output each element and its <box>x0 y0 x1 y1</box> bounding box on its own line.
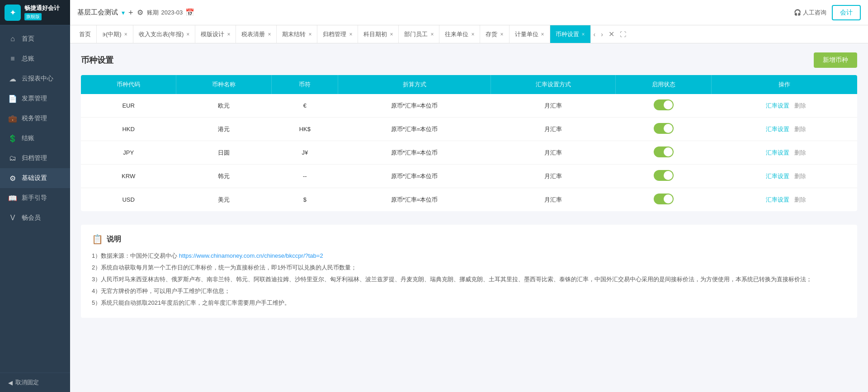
sidebar-item-archive[interactable]: 🗂 归档管理 <box>0 148 70 168</box>
delete-button[interactable]: 删除 <box>794 125 806 133</box>
delete-button[interactable]: 删除 <box>794 102 806 110</box>
notes-title-text: 说明 <box>107 235 121 244</box>
company-name: 基层工会测试 <box>77 8 118 17</box>
tab-close-icon[interactable]: × <box>308 31 311 38</box>
archive-icon: 🗂 <box>8 154 17 163</box>
table-row: EUR 欧元 € 原币*汇率=本位币 月汇率 汇率设置 删除 <box>81 94 857 118</box>
sidebar-item-cloud-reports[interactable]: ☁ 云报表中心 <box>0 69 70 89</box>
sidebar-item-settle[interactable]: 💲 结账 <box>0 128 70 148</box>
cell-code: JPY <box>81 141 176 165</box>
tab-计量单位[interactable]: 计量单位 × <box>509 25 550 43</box>
cell-symbol: -- <box>272 165 338 188</box>
tab-label: 币种设置 <box>556 30 579 38</box>
sidebar-pin-toggle[interactable]: ◀ 取消固定 <box>0 373 70 392</box>
toggle-thumb <box>664 147 673 156</box>
tab-部门员工[interactable]: 部门员工 × <box>399 25 439 43</box>
tab-首页[interactable]: 首页 <box>74 25 97 43</box>
sidebar-label-member: 畅会员 <box>22 214 41 222</box>
sidebar-item-tax[interactable]: 💼 税务管理 <box>0 109 70 128</box>
toggle-enabled[interactable] <box>654 170 674 181</box>
sidebar-label-cloud-reports: 云报表中心 <box>22 75 53 83</box>
invoice-icon: 📄 <box>8 94 17 103</box>
header-left: 基层工会测试 ▾ + ⚙ 账期 2023-03 📅 <box>77 8 194 17</box>
tab-next-button[interactable]: › <box>598 31 606 38</box>
cell-rate-type: 月汇率 <box>491 94 615 118</box>
tab-label: 期末结转 <box>282 30 306 38</box>
tab-close-icon[interactable]: × <box>227 31 230 38</box>
tab-close-icon[interactable]: × <box>268 31 271 38</box>
rate-settings-button[interactable]: 汇率设置 <box>766 102 789 110</box>
sidebar-item-member[interactable]: V 畅会员 <box>0 208 70 228</box>
tab-label: 科目期初 <box>363 30 387 38</box>
toggle-enabled[interactable] <box>654 123 674 134</box>
sidebar-label-settings: 基础设置 <box>22 174 47 182</box>
accounting-button[interactable]: 会计 <box>832 5 861 20</box>
tab-close-icon[interactable]: × <box>541 31 544 38</box>
tab-期末结转[interactable]: 期末结转 × <box>277 25 317 43</box>
cell-name: 韩元 <box>176 165 272 188</box>
toggle-enabled[interactable] <box>654 194 674 204</box>
cell-rate-type: 月汇率 <box>491 118 615 141</box>
sidebar-item-invoice[interactable]: 📄 发票管理 <box>0 89 70 109</box>
rate-settings-button[interactable]: 汇率设置 <box>766 196 789 204</box>
tab-close-icon[interactable]: × <box>430 31 434 38</box>
tab-close-all-button[interactable]: ✕ <box>606 30 617 38</box>
tab-close-icon[interactable]: × <box>500 31 503 38</box>
cell-conversion: 原币*汇率=本位币 <box>338 94 491 118</box>
tab-模版设计[interactable]: 模版设计 × <box>195 25 236 43</box>
sidebar-item-settings[interactable]: ⚙ 基础设置 <box>0 168 70 188</box>
delete-button[interactable]: 删除 <box>794 196 806 204</box>
rate-settings-button[interactable]: 汇率设置 <box>766 172 789 180</box>
tab-收入支出表(年报)[interactable]: 收入支出表(年报) × <box>133 25 196 43</box>
tab-close-icon[interactable]: × <box>582 31 585 38</box>
period-value: 2023-03 <box>161 9 183 16</box>
tab-expand-button[interactable]: ⛶ <box>617 31 629 38</box>
cell-rate-type: 月汇率 <box>491 165 615 188</box>
table-body: EUR 欧元 € 原币*汇率=本位币 月汇率 汇率设置 删除 HKD 港元 HK… <box>81 94 857 211</box>
calendar-icon[interactable]: 📅 <box>185 8 194 17</box>
member-icon: V <box>8 213 17 222</box>
tab-prev-button[interactable]: ‹ <box>591 31 599 38</box>
tab-close-icon[interactable]: × <box>471 31 474 38</box>
table-row: HKD 港元 HK$ 原币*汇率=本位币 月汇率 汇率设置 删除 <box>81 118 857 141</box>
rate-settings-button[interactable]: 汇率设置 <box>766 149 789 157</box>
toggle-enabled[interactable] <box>654 99 674 110</box>
notes-title: 📋 说明 <box>92 234 846 245</box>
col-启用状态: 启用状态 <box>616 75 712 94</box>
tab-close-icon[interactable]: × <box>186 31 189 38</box>
sidebar-item-ledger[interactable]: ≡ 总账 <box>0 49 70 69</box>
add-company-icon[interactable]: + <box>128 9 133 17</box>
sidebar-item-home[interactable]: ⌂ 首页 <box>0 29 70 49</box>
header-right: 🎧 人工咨询 会计 <box>794 5 861 20</box>
tab-存货[interactable]: 存货 × <box>480 25 509 43</box>
tab-科目期初[interactable]: 科目期初 × <box>358 25 399 43</box>
support-label: 人工咨询 <box>803 9 826 17</box>
cell-conversion: 原币*汇率=本位币 <box>338 188 491 212</box>
tab-close-icon[interactable]: × <box>390 31 393 38</box>
toggle-track <box>654 194 674 204</box>
tab-label: 存货 <box>486 30 497 38</box>
delete-button[interactable]: 删除 <box>794 149 806 157</box>
cell-enabled <box>616 141 712 165</box>
sidebar-label-home: 首页 <box>22 35 34 43</box>
tab-币种设置[interactable]: 币种设置 × <box>550 25 591 43</box>
header: 基层工会测试 ▾ + ⚙ 账期 2023-03 📅 🎧 人工咨询 会计 <box>70 0 868 25</box>
sidebar-item-guide[interactable]: 📖 新手引导 <box>0 188 70 208</box>
delete-button[interactable]: 删除 <box>794 172 806 180</box>
tab-label: 往来单位 <box>445 30 468 38</box>
company-dropdown-icon[interactable]: ▾ <box>122 9 125 16</box>
toggle-thumb <box>664 194 673 203</box>
tab-close-icon[interactable]: × <box>349 31 352 38</box>
support-button[interactable]: 🎧 人工咨询 <box>794 9 826 17</box>
company-settings-icon[interactable]: ⚙ <box>137 8 143 17</box>
cell-code: USD <box>81 188 176 212</box>
tab-϶(中期)[interactable]: ϶(中期) × <box>97 25 133 43</box>
tab-归档管理[interactable]: 归档管理 × <box>317 25 358 43</box>
toggle-enabled[interactable] <box>654 146 674 157</box>
tab-税表清册[interactable]: 税表清册 × <box>236 25 277 43</box>
rate-settings-button[interactable]: 汇率设置 <box>766 125 789 133</box>
notes-link[interactable]: https://www.chinamoney.com.cn/chinese/bk… <box>179 252 323 259</box>
tab-往来单位[interactable]: 往来单位 × <box>439 25 480 43</box>
tab-close-icon[interactable]: × <box>124 31 127 38</box>
new-currency-button[interactable]: 新增币种 <box>814 52 857 68</box>
